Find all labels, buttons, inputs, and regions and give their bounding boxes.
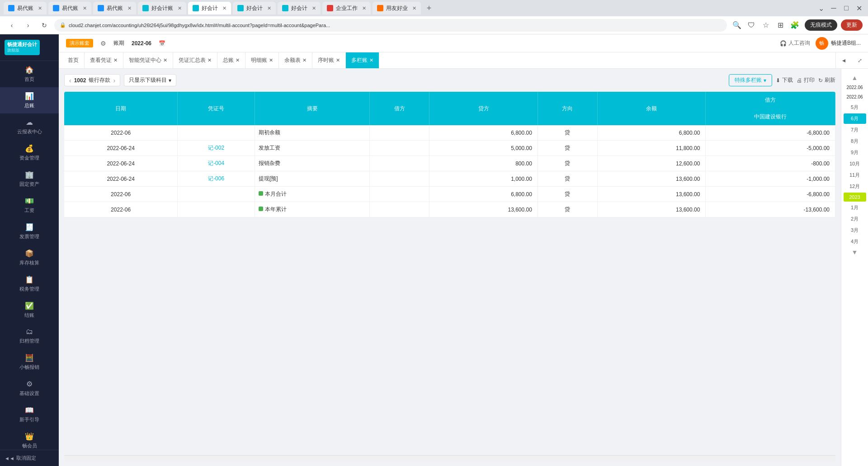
tab-collapse-button[interactable]: ◄: [835, 52, 852, 69]
sidebar-item-inventory[interactable]: 📦 库存核算: [0, 245, 59, 271]
tab-close-2[interactable]: ✕: [83, 5, 87, 11]
tab-journal[interactable]: 序时账 ✕: [312, 52, 346, 69]
tab-close-1[interactable]: ✕: [38, 5, 42, 11]
browser-tab-6[interactable]: 好会计 ✕: [233, 2, 276, 14]
tab-close-6[interactable]: ✕: [267, 5, 271, 11]
month-oct[interactable]: 10月: [844, 159, 866, 169]
sidebar-item-guide[interactable]: 📖 新手引导: [0, 401, 59, 428]
unpin-button[interactable]: ◄◄ 取消固定: [5, 455, 54, 461]
month-mar[interactable]: 3月: [844, 225, 866, 235]
prev-account-button[interactable]: ‹: [69, 77, 71, 84]
next-account-button[interactable]: ›: [113, 77, 115, 84]
address-input[interactable]: 🔒 cloud2.chanjet.com/accounting/uh26t264…: [54, 19, 727, 32]
tab-general-ledger[interactable]: 总账 ✕: [217, 52, 245, 69]
shield-icon[interactable]: 🛡: [745, 19, 758, 32]
sidebar-item-tax[interactable]: 📋 税务管理: [0, 271, 59, 297]
calendar-icon[interactable]: 📅: [159, 40, 165, 47]
tab-list-button[interactable]: ⌄: [816, 3, 826, 14]
sidebar-item-invoice[interactable]: 🧾 发票管理: [0, 218, 59, 245]
extensions-icon[interactable]: 🧩: [788, 19, 801, 32]
month-jul[interactable]: 7月: [844, 125, 866, 135]
sidebar-item-payroll[interactable]: 💵 工资: [0, 192, 59, 218]
close-button[interactable]: ✕: [854, 3, 864, 14]
search-icon[interactable]: 🔍: [731, 19, 743, 32]
browser-tab-7[interactable]: 好会计 ✕: [278, 2, 321, 14]
tab-balance[interactable]: 余额表 ✕: [279, 52, 312, 69]
month-may[interactable]: 5月: [844, 102, 866, 113]
sidebar-item-ledger[interactable]: 📊 总账: [0, 87, 59, 113]
tab-smart-voucher[interactable]: 智能凭证中心 ✕: [123, 52, 173, 69]
stealth-mode-button[interactable]: 无痕模式: [805, 19, 837, 31]
tab-voucher[interactable]: 查看凭证 ✕: [85, 52, 123, 69]
update-button[interactable]: 更新: [841, 19, 863, 31]
tab-expand-button[interactable]: ⤢: [852, 52, 868, 69]
tab-icon-5: [193, 5, 199, 11]
minimize-button[interactable]: ─: [828, 3, 839, 14]
tab-close-7[interactable]: ✕: [312, 5, 316, 11]
month-apr[interactable]: 4月: [844, 236, 866, 247]
forward-button[interactable]: ›: [22, 19, 34, 32]
refresh-button[interactable]: ↻ 刷新: [818, 76, 835, 84]
tab-close-8[interactable]: ✕: [362, 5, 366, 11]
cell-voucher[interactable]: 记-006: [178, 171, 255, 187]
tab-close-general[interactable]: ✕: [236, 57, 240, 63]
scroll-up-button[interactable]: ▲: [850, 72, 860, 83]
browser-tab-1[interactable]: 易代账 ✕: [4, 2, 47, 14]
sidebar-item-home[interactable]: 🏠 首页: [0, 61, 59, 87]
scroll-down-button[interactable]: ▼: [850, 247, 860, 258]
split-view-icon[interactable]: ⊞: [774, 19, 787, 32]
month-sep[interactable]: 9月: [844, 147, 866, 158]
tab-close-4[interactable]: ✕: [178, 5, 182, 11]
sidebar-item-funds[interactable]: 💰 资金管理: [0, 140, 59, 166]
sidebar-item-fixed-assets[interactable]: 🏢 固定资产: [0, 166, 59, 192]
back-button[interactable]: ‹: [5, 19, 18, 32]
cell-voucher[interactable]: 记-002: [178, 141, 255, 156]
filter-button[interactable]: 只显示下级科目 ▾: [124, 74, 176, 86]
reload-button[interactable]: ↻: [38, 19, 51, 32]
tab-close-smart[interactable]: ✕: [163, 57, 167, 63]
tab-voucher-summary[interactable]: 凭证汇总表 ✕: [173, 52, 217, 69]
year-2023-badge[interactable]: 2023: [844, 193, 866, 202]
demo-badge[interactable]: 演示账套: [66, 39, 93, 47]
tab-close-summary[interactable]: ✕: [208, 57, 212, 63]
sidebar-item-expense[interactable]: 🧮 小畅报销: [0, 349, 59, 375]
browser-tab-3[interactable]: 易代账 ✕: [93, 2, 136, 14]
sidebar-item-member[interactable]: 👑 畅会员: [0, 428, 59, 450]
browser-tab-8[interactable]: 企业工作 ✕: [322, 2, 371, 14]
app-settings-icon[interactable]: ⚙: [100, 40, 106, 47]
tab-close-detail[interactable]: ✕: [269, 57, 273, 63]
new-tab-button[interactable]: +: [423, 2, 435, 14]
browser-tab-9[interactable]: 用友好业 ✕: [373, 2, 421, 14]
cell-voucher[interactable]: 记-004: [178, 156, 255, 171]
tab-close-journal[interactable]: ✕: [336, 57, 340, 63]
month-aug[interactable]: 8月: [844, 136, 866, 146]
tab-close-multi[interactable]: ✕: [369, 57, 373, 63]
month-jan[interactable]: 1月: [844, 202, 866, 213]
tab-home[interactable]: 首页: [62, 52, 85, 69]
scroll-bar-area[interactable]: [64, 455, 835, 461]
month-feb[interactable]: 2月: [844, 214, 866, 224]
download-button[interactable]: ⬇ 下载: [776, 76, 793, 84]
browser-tab-5[interactable]: 好会计 ✕: [188, 2, 231, 14]
month-nov[interactable]: 11月: [844, 170, 866, 180]
tab-multi-column[interactable]: 多栏账 ✕: [346, 52, 379, 69]
tab-close-9[interactable]: ✕: [412, 5, 416, 11]
browser-tab-2[interactable]: 易代账 ✕: [48, 2, 91, 14]
month-dec[interactable]: 12月: [844, 181, 866, 192]
month-jun[interactable]: 6月: [844, 113, 866, 124]
tab-close-3[interactable]: ✕: [127, 5, 132, 11]
tab-close-5[interactable]: ✕: [222, 5, 226, 11]
star-icon[interactable]: ☆: [760, 19, 772, 32]
browser-tab-4[interactable]: 好会计账 ✕: [138, 2, 186, 14]
sidebar-item-archive[interactable]: 🗂 归档管理: [0, 323, 59, 349]
sidebar-item-settings[interactable]: ⚙ 基础设置: [0, 375, 59, 401]
special-multi-button[interactable]: 特殊多栏账 ▾: [729, 74, 772, 86]
consult-button[interactable]: 🎧 人工咨询: [780, 39, 810, 47]
sidebar-item-close-period[interactable]: ✅ 结账: [0, 297, 59, 323]
sidebar-item-cloud-report[interactable]: ☁ 云报表中心: [0, 113, 59, 140]
restore-button[interactable]: □: [841, 3, 852, 14]
tab-close-voucher[interactable]: ✕: [113, 57, 118, 63]
print-button[interactable]: 🖨 打印: [797, 76, 815, 84]
tab-detail-ledger[interactable]: 明细账 ✕: [245, 52, 279, 69]
tab-close-balance[interactable]: ✕: [302, 57, 307, 63]
